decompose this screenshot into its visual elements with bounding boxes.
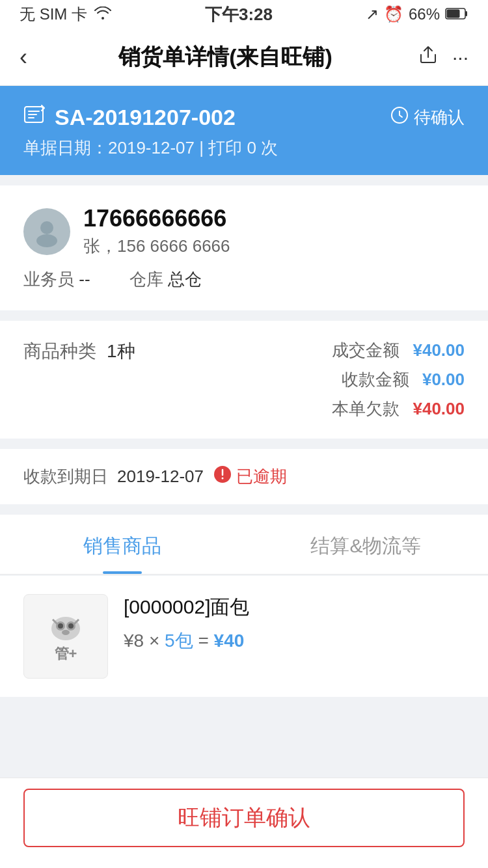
- multiply-icon: ×: [149, 631, 165, 651]
- status-text: 待确认: [414, 106, 465, 129]
- product-count: 5包: [165, 631, 193, 651]
- tab-settlement-label: 结算&物流等: [310, 535, 421, 556]
- svg-point-13: [68, 623, 74, 629]
- svg-point-5: [40, 221, 53, 234]
- summary-section: 商品种类 1种 成交金额 ¥40.00 收款金额 ¥0.00 本单欠款 ¥40.…: [0, 321, 488, 439]
- svg-point-6: [36, 234, 57, 247]
- received-value: ¥0.00: [422, 370, 465, 390]
- overdue-badge: 已逾期: [213, 465, 287, 489]
- battery-icon: [445, 5, 468, 23]
- amount-label: 成交金额: [332, 339, 400, 362]
- warehouse-label: 仓库: [129, 269, 163, 289]
- product-name: [0000002]面包: [124, 594, 465, 621]
- product-total: ¥40: [214, 631, 245, 651]
- status-time: 下午3:28: [205, 3, 273, 26]
- order-id: SA-20191207-002: [23, 104, 236, 130]
- svg-point-9: [51, 617, 80, 640]
- tabs-row: 销售商品 结算&物流等: [0, 515, 488, 574]
- product-logo: 管+: [46, 609, 85, 664]
- carrier-text: 无 SIM 卡: [20, 4, 87, 25]
- warehouse-value: 总仓: [168, 269, 202, 289]
- svg-point-14: [62, 630, 70, 635]
- tab-sales-label: 销售商品: [83, 535, 161, 556]
- avatar: [23, 208, 70, 255]
- product-card: 管+ [0000002]面包 ¥8 × 5包 = ¥40: [23, 594, 465, 679]
- status-left: 无 SIM 卡: [20, 4, 112, 25]
- customer-sub: 张，156 6666 6666: [83, 235, 230, 258]
- product-info: [0000002]面包 ¥8 × 5包 = ¥40: [124, 594, 465, 653]
- status-time-icon: [390, 106, 409, 129]
- overdue-text: 已逾期: [236, 465, 287, 488]
- svg-rect-1: [465, 11, 467, 16]
- order-number: SA-20191207-002: [55, 105, 236, 130]
- product-price: ¥8: [124, 631, 144, 651]
- share-icon[interactable]: [417, 44, 439, 70]
- order-header: SA-20191207-002 待确认 单据日期：2019-12-07 | 打印…: [0, 86, 488, 175]
- customer-row: 17666666666 张，156 6666 6666: [23, 205, 465, 258]
- received-row: 收款金额 ¥0.00: [342, 368, 465, 391]
- bottom-bar: 旺铺订单确认: [0, 778, 488, 868]
- svg-point-12: [58, 623, 63, 629]
- product-type-row: 商品种类 1种: [23, 339, 135, 364]
- owed-row: 本单欠款 ¥40.00: [332, 398, 465, 420]
- order-date: 单据日期：2019-12-07 | 打印 0 次: [23, 137, 465, 159]
- nav-bar: ‹ 销货单详情(来自旺铺) ···: [0, 29, 488, 86]
- overdue-icon: [213, 465, 232, 489]
- product-price-row: ¥8 × 5包 = ¥40: [124, 629, 465, 653]
- status-bar: 无 SIM 卡 下午3:28 ↗ ⏰ 66%: [0, 0, 488, 29]
- owed-label: 本单欠款: [332, 398, 400, 420]
- wifi-icon: [94, 5, 112, 23]
- more-icon[interactable]: ···: [452, 46, 468, 68]
- location-icon: ↗: [366, 5, 379, 23]
- received-label: 收款金额: [342, 368, 409, 391]
- customer-phone: 17666666666: [83, 205, 230, 232]
- svg-point-8: [222, 478, 224, 480]
- product-type-value: 1种: [107, 339, 135, 364]
- order-status: 待确认: [390, 106, 465, 129]
- order-id-icon: [23, 104, 47, 130]
- battery-text: 66%: [409, 5, 440, 23]
- due-date-section: 收款到期日 2019-12-07 已逾期: [0, 449, 488, 504]
- summary-left: 商品种类 1种: [23, 339, 135, 364]
- product-type-label: 商品种类: [23, 339, 96, 364]
- product-thumbnail: 管+: [23, 594, 108, 679]
- customer-info: 17666666666 张，156 6666 6666: [83, 205, 230, 258]
- order-header-top: SA-20191207-002 待确认: [23, 104, 465, 130]
- svg-rect-2: [446, 10, 459, 18]
- due-date-value: 2019-12-07: [117, 467, 204, 487]
- summary-right: 成交金额 ¥40.00 收款金额 ¥0.00 本单欠款 ¥40.00: [332, 339, 465, 420]
- page-title: 销货单详情(来自旺铺): [34, 42, 417, 72]
- owed-value: ¥40.00: [413, 399, 465, 419]
- nav-actions: ···: [417, 44, 468, 70]
- due-date-label: 收款到期日: [23, 465, 108, 488]
- logo-text: 管+: [55, 644, 77, 664]
- equals-sign: =: [198, 631, 213, 651]
- warehouse-field: 仓库 总仓: [129, 268, 202, 291]
- alarm-icon: ⏰: [384, 5, 403, 23]
- amount-row: 成交金额 ¥40.00: [332, 339, 465, 362]
- tabs-section: 销售商品 结算&物流等: [0, 515, 488, 575]
- tab-settlement[interactable]: 结算&物流等: [244, 515, 488, 574]
- customer-section: 17666666666 张，156 6666 6666 业务员 -- 仓库 总仓: [0, 185, 488, 310]
- confirm-order-button[interactable]: 旺铺订单确认: [23, 789, 465, 847]
- salesperson-field: 业务员 --: [23, 268, 90, 291]
- product-section: 管+ [0000002]面包 ¥8 × 5包 = ¥40: [0, 576, 488, 697]
- tab-sales-products[interactable]: 销售商品: [0, 515, 244, 574]
- salesperson-label: 业务员: [23, 269, 74, 289]
- status-right: ↗ ⏰ 66%: [366, 5, 468, 23]
- amount-value: ¥40.00: [413, 340, 465, 360]
- salesperson-value: --: [79, 269, 90, 289]
- customer-meta: 业务员 -- 仓库 总仓: [23, 268, 465, 291]
- back-button[interactable]: ‹: [13, 37, 34, 77]
